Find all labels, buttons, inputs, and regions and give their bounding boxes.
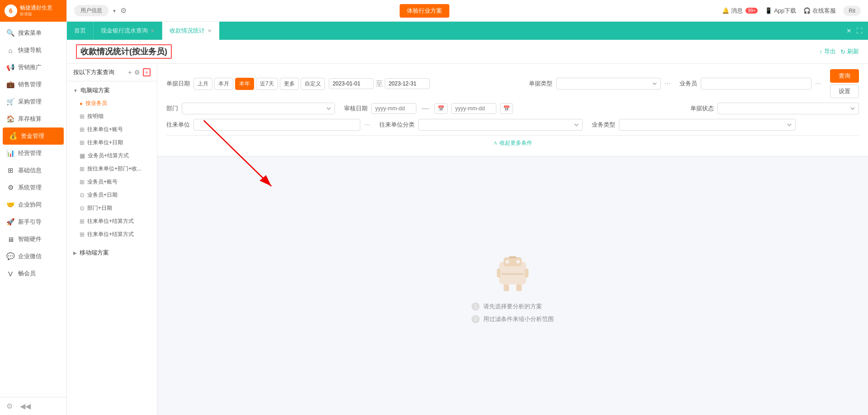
date-btn-this-month[interactable]: 本月 — [214, 78, 233, 90]
empty-tips: 1 请先选择要分析的方案 2 用过滤条件来缩小分析范围 — [472, 302, 554, 323]
date-btn-this-year[interactable]: 本年 — [235, 78, 254, 90]
tree-item-counterpart-settlement2[interactable]: ⊞ 往来单位+结算方式 — [67, 228, 157, 241]
logo-icon: 6 — [5, 5, 17, 17]
settings-scheme-icon[interactable]: ⚙ — [134, 69, 140, 76]
doc-type-select[interactable] — [556, 78, 661, 90]
collapse-bar[interactable]: ∧ 收起更多条件 — [166, 135, 859, 151]
item-icon: ⊙ — [80, 192, 85, 198]
tree-item-by-salesman[interactable]: ● 按业务员 — [67, 97, 157, 110]
tab-receipt-stats[interactable]: 收款情况统计 ✕ — [162, 22, 219, 40]
sidebar-item-hardware[interactable]: 🖥 智能硬件 — [0, 231, 66, 248]
query-button[interactable]: 查询 — [830, 69, 859, 83]
tree-group-header-mobile[interactable]: ▶ 移动端方案 — [67, 246, 157, 259]
tab-bank-flow[interactable]: 现金银行流水查询 ✕ — [94, 22, 162, 40]
tree-item-label: 部门+日期 — [87, 204, 112, 212]
maximize-icon[interactable]: ⛶ — [856, 27, 863, 34]
query-buttons: 查询 设置 — [830, 69, 859, 98]
sidebar-item-marketing[interactable]: 📢 营销推广 — [0, 59, 66, 76]
collapse-sidebar-icon[interactable]: ◀◀ — [20, 402, 31, 410]
review-date-from[interactable] — [371, 103, 416, 114]
app-download-label: App下载 — [774, 7, 796, 15]
app-download-item[interactable]: 📱 App下载 — [765, 7, 796, 15]
sidebar-item-member[interactable]: V 畅会员 — [0, 265, 66, 282]
svg-rect-7 — [525, 269, 528, 278]
dept-select[interactable] — [182, 103, 335, 114]
counterpart-input[interactable] — [193, 119, 360, 131]
sidebar-item-label: 经营管理 — [18, 149, 42, 157]
sidebar-item-system[interactable]: ⚙ 系统管理 — [0, 179, 66, 196]
doc-type-more-icon[interactable]: ··· — [665, 80, 670, 88]
date-btn-last7days[interactable]: 近7天 — [256, 78, 278, 90]
sidebar-item-enterprise[interactable]: 🤝 企业协同 — [0, 196, 66, 213]
salesman-input[interactable] — [701, 78, 811, 90]
date-btn-last-month[interactable]: 上月 — [193, 78, 212, 90]
topbar-gear-icon[interactable]: ⚙ — [120, 6, 127, 15]
collapse-panel-icon[interactable]: « — [143, 68, 151, 76]
refresh-button[interactable]: ↻ 刷新 — [840, 47, 859, 56]
add-scheme-button[interactable]: + — [128, 69, 132, 76]
topbar-right: 🔔 消息 99+ 📱 App下载 🎧 在线客服 Rit — [722, 6, 861, 16]
settings-button[interactable]: 设置 — [830, 85, 859, 98]
sidebar-item-inventory[interactable]: 🏠 库存核算 — [0, 110, 66, 127]
tree-item-salesman-settlement[interactable]: ▦ 业务员+结算方式 — [67, 149, 157, 162]
salesman-more-icon[interactable]: ··· — [815, 80, 821, 88]
tree-group-header-desktop[interactable]: ▼ 电脑端方案 — [67, 84, 157, 97]
tree-item-label: 往来单位+结算方式 — [87, 231, 134, 238]
sidebar-item-finance[interactable]: 💰 资金管理 — [3, 127, 64, 145]
tree-item-salesman-account[interactable]: ⊞ 业务员+账号 — [67, 175, 157, 189]
trial-button[interactable]: 体验行业方案 — [400, 4, 449, 18]
calendar-icon-left[interactable]: 📅 — [434, 103, 448, 114]
doc-type-filter-item: 单据类型 ··· — [529, 78, 670, 90]
counterpart-more-icon[interactable]: ··· — [364, 121, 370, 129]
sidebar-item-sales[interactable]: 💼 销售管理 — [0, 76, 66, 93]
sidebar-item-purchase[interactable]: 🛒 采购管理 — [0, 93, 66, 110]
tree-item-counterpart-account[interactable]: ⊞ 往来单位+账号 — [67, 123, 157, 136]
close-window-icon[interactable]: ✕ — [846, 27, 852, 34]
tab-close-icon[interactable]: ✕ — [208, 28, 212, 34]
calendar-icon-right[interactable]: 📅 — [500, 103, 513, 114]
filter-row-3: 往来单位 ··· 往来单位分类 业务类型 — [166, 119, 859, 131]
dept-filter-item: 部门 — [166, 103, 335, 114]
tree-item-by-detail[interactable]: ⊞ 按明细 — [67, 110, 157, 123]
date-btn-more[interactable]: 更多 — [280, 78, 299, 90]
sidebar-item-basic[interactable]: ⊞ 基础信息 — [0, 162, 66, 179]
tree-item-dept-date[interactable]: ⊙ 部门+日期 — [67, 202, 157, 215]
business-type-select[interactable] — [619, 119, 796, 131]
tab-spacer — [219, 22, 841, 40]
sidebar-item-operation[interactable]: 📊 经营管理 — [0, 145, 66, 162]
online-service-item[interactable]: 🎧 在线客服 — [803, 7, 836, 15]
doc-status-label: 单据状态 — [690, 104, 714, 113]
date-to-input[interactable] — [385, 78, 430, 89]
tab-close-icon[interactable]: ✕ — [151, 28, 155, 34]
marketing-icon: 📢 — [6, 63, 14, 71]
refresh-icon: ↻ — [840, 48, 845, 55]
date-btn-custom[interactable]: 自定义 — [301, 78, 325, 90]
basic-icon: ⊞ — [6, 166, 14, 174]
system-icon: ⚙ — [6, 184, 14, 192]
tab-home[interactable]: 首页 — [67, 22, 94, 40]
item-icon: ⊞ — [80, 165, 85, 172]
tree-item-counterpart-settlement1[interactable]: ⊞ 往来单位+结算方式 — [67, 215, 157, 228]
sidebar-item-search[interactable]: 🔍 搜索菜单 — [0, 24, 66, 42]
hardware-icon: 🖥 — [6, 236, 14, 243]
tree-item-counterpart-dept[interactable]: ⊞ 按往来单位+部门+收... — [67, 162, 157, 175]
review-date-to[interactable] — [451, 103, 496, 114]
messages-label: 消息 — [731, 7, 743, 15]
sidebar-item-label: 基础信息 — [18, 166, 42, 174]
sidebar-item-wechat[interactable]: 💬 企业微信 — [0, 248, 66, 265]
sidebar-item-label: 库存核算 — [18, 115, 42, 123]
date-from-input[interactable] — [329, 78, 374, 89]
svg-point-2 — [505, 260, 509, 264]
export-button[interactable]: ↑ 导出 — [820, 47, 836, 56]
tree-item-salesman-date[interactable]: ⊙ 业务员+日期 — [67, 189, 157, 202]
sidebar-bottom: ⚙ ◀◀ — [0, 397, 66, 415]
sidebar-item-guide[interactable]: 🚀 新手引导 — [0, 213, 66, 231]
counterpart-category-select[interactable] — [418, 119, 583, 131]
sidebar-item-label: 企业协同 — [18, 201, 42, 209]
settings-bottom-icon[interactable]: ⚙ — [6, 402, 13, 410]
messages-item[interactable]: 🔔 消息 99+ — [722, 7, 758, 15]
tree-item-counterpart-date[interactable]: ⊞ 往来单位+日期 — [67, 136, 157, 149]
sidebar-item-quicknav[interactable]: ⌂ 快捷导航 — [0, 42, 66, 59]
dropdown-icon[interactable]: ▾ — [113, 8, 116, 14]
doc-status-select[interactable] — [717, 103, 859, 114]
